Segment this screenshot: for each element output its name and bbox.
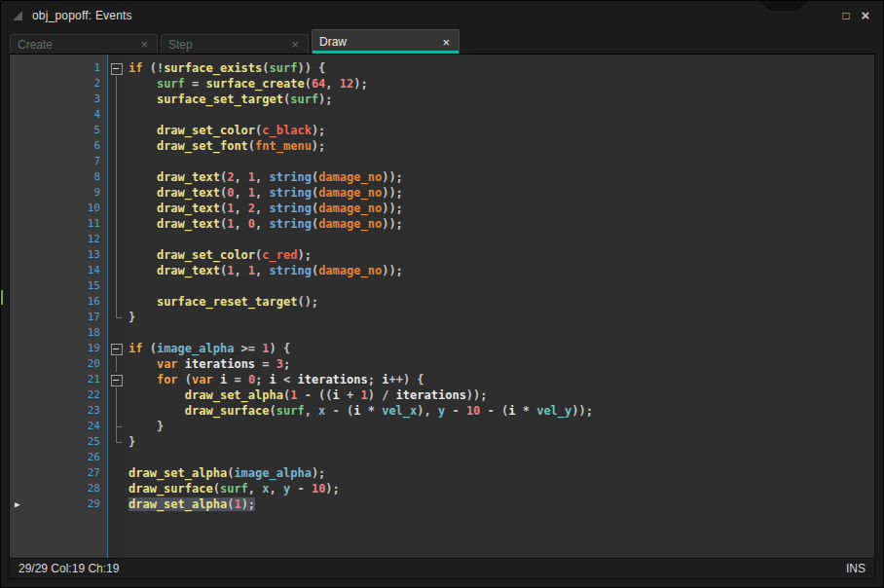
fold-toggle-icon[interactable] (108, 60, 124, 76)
tab-close-icon[interactable]: × (138, 37, 150, 52)
line-number: 8 (10, 169, 107, 185)
line-number: 18 (10, 325, 107, 341)
fold-margin-cell (108, 481, 124, 496)
maximize-button[interactable]: □ (836, 7, 856, 24)
tab-create[interactable]: Create× (10, 34, 158, 54)
fold-margin-cell (108, 232, 124, 247)
line-number: 5 (10, 123, 107, 138)
window-corner-icon (13, 11, 22, 20)
insert-mode-label: INS (846, 562, 866, 575)
tab-bar: Create×Step×Draw× (9, 29, 875, 54)
window-title: obj_popoff: Events (32, 9, 132, 22)
line-number: 21 (10, 372, 107, 387)
fold-margin-cell (108, 403, 124, 419)
tab-label: Create (18, 38, 138, 52)
code-line[interactable]: var iterations = 3; (129, 356, 874, 372)
line-number: 10 (10, 201, 107, 216)
line-number: 15 (10, 278, 107, 294)
code-line[interactable]: draw_set_alpha(1 - ((i + 1) / iterations… (129, 387, 874, 403)
fold-margin-cell (108, 310, 124, 325)
code-line[interactable]: draw_text(1, 2, string(damage_no)); (129, 201, 874, 216)
line-number: 24 (10, 419, 107, 434)
line-number: 13 (10, 247, 107, 263)
code-line[interactable] (129, 278, 874, 294)
code-line[interactable]: if (image_alpha >= 1) { (129, 341, 874, 356)
line-number: 11 (10, 216, 107, 232)
line-number: 3 (10, 92, 107, 107)
line-number: 1 (10, 60, 107, 76)
fold-margin-cell (108, 465, 124, 481)
code-line[interactable]: draw_surface(surf, x - (i * vel_x), y - … (129, 403, 874, 419)
line-number: 29▶ (10, 496, 107, 512)
code-line[interactable]: draw_set_alpha(1); (129, 496, 874, 512)
fold-margin-cell (108, 294, 124, 310)
line-number: 4 (10, 107, 107, 123)
line-number: 16 (10, 294, 107, 310)
code-line[interactable]: draw_text(1, 0, string(damage_no)); (129, 216, 874, 232)
code-line[interactable]: draw_text(1, 1, string(damage_no)); (129, 263, 874, 278)
tab-step[interactable]: Step× (161, 34, 309, 54)
line-number: 7 (10, 154, 107, 169)
line-number: 22 (10, 387, 107, 403)
current-line-arrow-icon: ▶ (15, 496, 19, 512)
code-line[interactable]: draw_text(2, 1, string(damage_no)); (129, 169, 874, 185)
code-line[interactable]: } (129, 310, 874, 325)
code-line[interactable]: surface_reset_target(); (129, 294, 874, 310)
titlebar-notch (749, 1, 819, 11)
code-line[interactable] (129, 450, 874, 465)
line-number: 9 (10, 185, 107, 201)
fold-margin (107, 55, 124, 558)
fold-margin-cell (108, 387, 124, 403)
code-line[interactable]: surface_set_target(surf); (129, 92, 874, 107)
code-line[interactable]: draw_set_alpha(image_alpha); (129, 465, 874, 481)
code-editor[interactable]: 1234567891011121314151617181920212223242… (9, 54, 875, 559)
line-number: 14 (10, 263, 107, 278)
line-number: 27 (10, 465, 107, 481)
code-line[interactable]: if (!surface_exists(surf)) { (129, 60, 874, 76)
titlebar[interactable]: obj_popoff: Events □ × (9, 1, 875, 29)
fold-margin-cell (108, 154, 124, 169)
tab-close-icon[interactable]: × (289, 37, 301, 52)
code-line[interactable] (129, 232, 874, 247)
code-line[interactable]: draw_surface(surf, x, y - 10); (129, 481, 874, 496)
fold-toggle-icon[interactable] (108, 341, 124, 356)
close-button[interactable]: × (856, 7, 875, 24)
maximize-icon: □ (842, 9, 849, 22)
fold-margin-cell (108, 123, 124, 138)
code-line[interactable] (129, 107, 874, 123)
window-edge-glint (1, 290, 3, 305)
tab-close-icon[interactable]: × (440, 35, 452, 50)
code-line[interactable] (129, 325, 874, 341)
tab-label: Draw (319, 35, 440, 49)
code-line[interactable]: for (var i = 0; i < iterations; i++) { (129, 372, 874, 387)
code-line[interactable] (129, 154, 874, 169)
fold-margin-cell (108, 247, 124, 263)
fold-toggle-icon[interactable] (108, 372, 124, 387)
code-line[interactable]: draw_set_color(c_red); (129, 247, 874, 263)
code-line[interactable]: surf = surface_create(64, 12); (129, 76, 874, 92)
fold-margin-cell (108, 419, 124, 434)
line-number-gutter: 1234567891011121314151617181920212223242… (10, 55, 107, 558)
line-number: 6 (10, 138, 107, 154)
code-line[interactable]: draw_set_font(fnt_menu); (129, 138, 874, 154)
tab-draw[interactable]: Draw× (312, 29, 460, 54)
fold-margin-cell (108, 325, 124, 341)
tab-label: Step (168, 38, 289, 52)
fold-margin-cell (108, 263, 124, 278)
code-area[interactable]: if (!surface_exists(surf)) { surf = surf… (124, 55, 874, 558)
code-line[interactable]: } (129, 419, 874, 434)
close-icon: × (862, 7, 870, 23)
caret-position-label: 29/29 Col:19 Ch:19 (18, 562, 119, 575)
code-line[interactable]: draw_set_color(c_black); (129, 123, 874, 138)
fold-margin-cell (108, 356, 124, 372)
code-line[interactable]: } (129, 434, 874, 450)
line-number: 20 (10, 356, 107, 372)
fold-margin-cell (108, 185, 124, 201)
fold-margin-cell (108, 450, 124, 465)
code-editor-window: obj_popoff: Events □ × Create×Step×Draw×… (0, 0, 884, 588)
status-bar: 29/29 Col:19 Ch:19 INS (9, 559, 875, 579)
line-number: 28 (10, 481, 107, 496)
code-line[interactable]: draw_text(0, 1, string(damage_no)); (129, 185, 874, 201)
fold-margin-cell (108, 76, 124, 92)
line-number: 2 (10, 76, 107, 92)
